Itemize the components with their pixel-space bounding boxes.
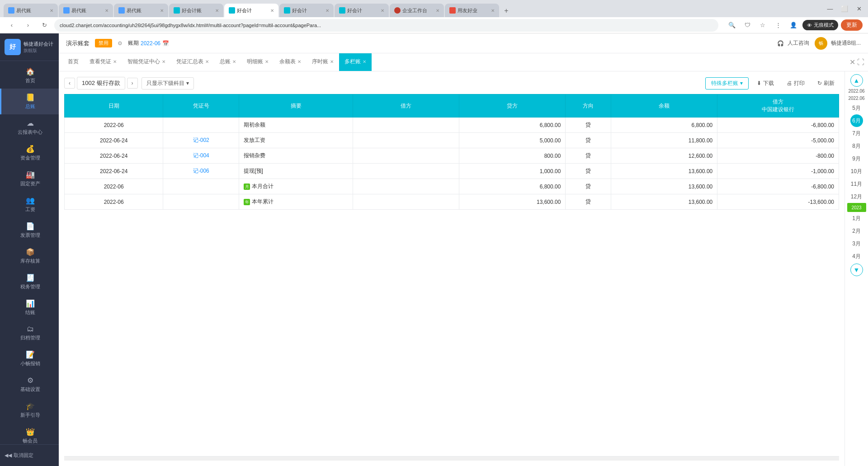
horizontal-scrollbar[interactable] [64, 456, 839, 461]
tab-close-1[interactable]: ✕ [50, 8, 53, 13]
browser-tab-8[interactable]: 企业工作台 ✕ [390, 4, 444, 17]
tab-close-3[interactable]: ✕ [160, 8, 164, 13]
filter-dropdown[interactable]: 只显示下级科目 ▾ [142, 77, 194, 89]
sidebar-item-funds[interactable]: 💰 资金管理 [0, 140, 59, 166]
cal-month-11[interactable]: 11月 [847, 178, 866, 190]
sidebar-item-close-accounts[interactable]: 📊 结账 [0, 295, 59, 320]
cal-month-8[interactable]: 8月 [847, 140, 866, 152]
tab-journal-close[interactable]: ✕ [330, 59, 334, 64]
tab-voucher-summary-close[interactable]: ✕ [205, 59, 209, 64]
sidebar-item-settings[interactable]: ⚙ 基础设置 [0, 372, 59, 397]
prev-account-button[interactable]: ‹ [64, 78, 75, 89]
cal-month-9[interactable]: 9月 [847, 152, 866, 165]
cal-month-2023-2[interactable]: 2月 [847, 225, 866, 237]
sidebar-item-inventory[interactable]: 📦 库存核算 [0, 243, 59, 269]
special-multi-column-button[interactable]: 特殊多栏账 ▾ [705, 77, 749, 89]
tab-multi-column-close[interactable]: ✕ [363, 59, 366, 64]
tab-smart-voucher[interactable]: 智能凭证中心 ✕ [122, 53, 171, 71]
tab-balance-close[interactable]: ✕ [297, 59, 301, 64]
tab-balance[interactable]: 余额表 ✕ [274, 53, 307, 71]
tab-close-6[interactable]: ✕ [326, 8, 329, 13]
tab-close-9[interactable]: ✕ [491, 8, 495, 13]
tab-close-4[interactable]: ✕ [215, 8, 219, 13]
wuhen-mode-button[interactable]: 👁 无痕模式 [802, 20, 838, 30]
tab-smart-voucher-close[interactable]: ✕ [162, 59, 165, 64]
shield-icon[interactable]: 🛡 [741, 19, 754, 32]
cal-month-2023-3[interactable]: 3月 [847, 237, 866, 250]
browser-tab-1[interactable]: 易代账 ✕ [4, 4, 58, 17]
browser-tab-7[interactable]: 好会计 ✕ [335, 4, 389, 17]
tab-close-2[interactable]: ✕ [105, 8, 108, 13]
tab-home[interactable]: 首页 [62, 53, 84, 71]
topbar-settings-icon[interactable]: ⚙ [118, 40, 123, 47]
tab-close-5[interactable]: ✕ [270, 8, 274, 13]
sidebar-item-home[interactable]: 🏠 首页 [0, 63, 59, 89]
calendar-scroll-up[interactable]: ▲ [850, 74, 863, 87]
tab-voucher-summary[interactable]: 凭证汇总表 ✕ [171, 53, 214, 71]
user-section[interactable]: 畅 畅捷通B组... [815, 37, 861, 50]
sidebar-item-ledger[interactable]: 📒 总账 [0, 89, 59, 114]
cal-month-10[interactable]: 10月 [847, 165, 866, 178]
sidebar-item-assets[interactable]: 🏭 固定资产 [0, 166, 59, 192]
reload-button[interactable]: ↻ [38, 19, 51, 32]
refresh-button[interactable]: ↻ 刷新 [813, 78, 839, 89]
browser-tab-2[interactable]: 易代账 ✕ [59, 4, 113, 17]
cal-month-7[interactable]: 7月 [847, 127, 866, 140]
cal-month-2023-1[interactable]: 1月 [847, 212, 866, 225]
browser-tab-5[interactable]: 好会计 ✕ [224, 4, 278, 17]
ledger-icon: 📒 [26, 93, 35, 102]
expand-panel-button[interactable]: ⛶ [857, 58, 864, 66]
browser-tab-3[interactable]: 易代账 ✕ [114, 4, 168, 17]
new-tab-button[interactable]: + [500, 5, 513, 17]
download-button[interactable]: ⬇ 下载 [752, 78, 778, 89]
next-account-button[interactable]: › [127, 78, 138, 89]
back-button[interactable]: ‹ [5, 19, 18, 32]
tab-close-7[interactable]: ✕ [381, 8, 384, 13]
cal-month-5[interactable]: 5月 [847, 102, 866, 114]
tab-general-ledger[interactable]: 总账 ✕ [214, 53, 241, 71]
tab-general-ledger-close[interactable]: ✕ [232, 59, 236, 64]
tab-detail-ledger-close[interactable]: ✕ [265, 59, 269, 64]
tab-voucher-view[interactable]: 查看凭证 ✕ [84, 53, 122, 71]
minimize-button[interactable]: — [825, 3, 835, 14]
sidebar-item-invoice[interactable]: 📄 发票管理 [0, 217, 59, 243]
tab-journal[interactable]: 序时账 ✕ [307, 53, 339, 71]
tab-voucher-view-close[interactable]: ✕ [113, 59, 117, 64]
maximize-button[interactable]: ⬜ [839, 3, 850, 14]
forward-button[interactable]: › [22, 19, 34, 32]
url-bar[interactable]: cloud2.chanjet.com/accounting/uh26t264j5… [54, 19, 718, 32]
voucher-link[interactable]: 记-002 [193, 137, 209, 143]
cal-month-6[interactable]: 6月 [850, 114, 863, 127]
cal-month-12[interactable]: 12月 [847, 190, 866, 203]
close-panel-button[interactable]: ✕ [849, 58, 855, 66]
pin-toggle[interactable]: ◀◀ 取消固定 [0, 448, 59, 462]
update-button[interactable]: 更新 [841, 19, 863, 31]
sidebar-item-archive[interactable]: 🗂 归档管理 [0, 320, 59, 346]
sidebar-item-expense[interactable]: 📝 小畅报销 [0, 346, 59, 372]
voucher-link[interactable]: 记-004 [193, 152, 209, 159]
print-button[interactable]: 🖨 打印 [782, 78, 809, 89]
sidebar-item-salary[interactable]: 👥 工资 [0, 192, 59, 217]
consult-section[interactable]: 🎧 人工咨询 [777, 39, 809, 47]
browser-menu-icon[interactable]: ⋮ [772, 19, 784, 32]
sidebar-item-member[interactable]: 👑 畅会员 [0, 423, 59, 444]
sidebar-item-cloud-report[interactable]: ☁ 云报表中心 [0, 114, 59, 140]
close-window-button[interactable]: ✕ [854, 3, 864, 14]
browser-tab-9[interactable]: 用友好业 ✕ [445, 4, 499, 17]
calendar-scroll-down[interactable]: ▼ [850, 264, 863, 276]
star-icon[interactable]: ☆ [756, 19, 769, 32]
browser-tab-6[interactable]: 好会计 ✕ [279, 4, 334, 17]
tab-detail-ledger[interactable]: 明细账 ✕ [241, 53, 274, 71]
calendar-icon[interactable]: 📅 [162, 40, 169, 47]
cell-date: 2022-06-24 [65, 164, 163, 179]
sidebar-item-guide[interactable]: 🎓 新手引导 [0, 397, 59, 423]
profile-icon[interactable]: 👤 [787, 19, 800, 32]
voucher-link[interactable]: 记-006 [193, 168, 209, 174]
tab-multi-column[interactable]: 多栏账 ✕ [339, 53, 372, 71]
search-icon[interactable]: 🔍 [726, 19, 738, 32]
account-badge[interactable]: 禁用 [95, 39, 112, 47]
browser-tab-4[interactable]: 好会计账 ✕ [169, 4, 223, 17]
sidebar-item-tax[interactable]: 🧾 税务管理 [0, 269, 59, 295]
tab-close-8[interactable]: ✕ [436, 8, 439, 13]
cal-month-2023-4[interactable]: 4月 [847, 250, 866, 263]
